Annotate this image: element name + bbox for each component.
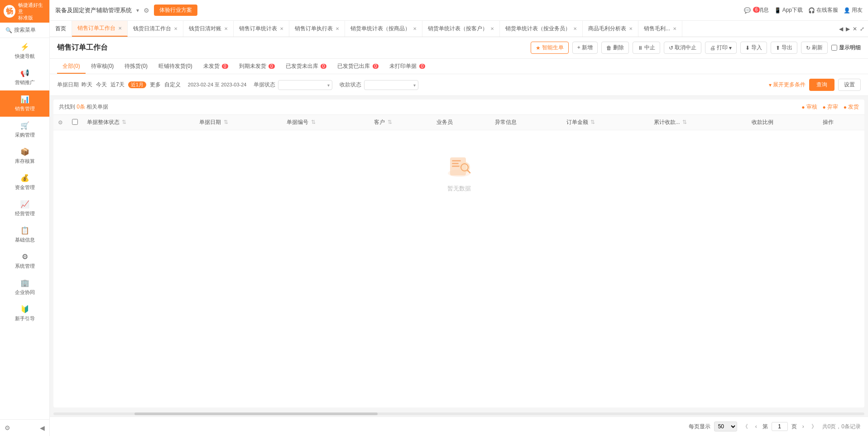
- tab-sales-stats-product[interactable]: 销货单统计表（按商品） ✕: [345, 21, 422, 37]
- sub-tab-wangpu[interactable]: 旺铺待发货(0): [153, 59, 198, 74]
- tab-close-icon[interactable]: ✕: [336, 26, 339, 31]
- sidebar-item-system[interactable]: ⚙ 系统管理: [0, 248, 49, 274]
- show-detail-checkbox[interactable]: 显示明细: [831, 44, 861, 52]
- tab-sales-more[interactable]: 销售毛利... ✕: [638, 21, 682, 37]
- prev-page-button[interactable]: ‹: [753, 422, 759, 431]
- tab-close-icon[interactable]: ✕: [673, 26, 676, 31]
- sidebar-item-quick-nav[interactable]: ⚡ 快捷导航: [0, 38, 49, 64]
- sub-tab-not-printed[interactable]: 未打印单据 0: [384, 59, 431, 74]
- date-option-7days[interactable]: 近7天: [110, 81, 125, 89]
- per-page-select[interactable]: 50 100: [714, 422, 737, 431]
- sidebar-item-sales[interactable]: 📊 销售管理: [0, 90, 49, 117]
- expand-more-button[interactable]: ▾ 展开更多条件: [769, 81, 806, 89]
- sub-tab-overdue[interactable]: 到期未发货 0: [234, 59, 280, 74]
- th-number-sort[interactable]: ⇅: [311, 119, 316, 125]
- tab-margin[interactable]: 商品毛利分析表 ✕: [583, 21, 638, 37]
- table-scroll[interactable]: ⚙ 单据整体状态 ⇅ 单据日期 ⇅ 单据编号: [53, 115, 864, 408]
- scrollbar-thumb[interactable]: [134, 412, 378, 415]
- approve-button[interactable]: ● 审核: [801, 103, 817, 111]
- sub-tab-shipped-not-out[interactable]: 已发货未出库 0: [280, 59, 332, 74]
- sidebar-item-purchase[interactable]: 🛒 采购管理: [0, 117, 49, 143]
- collapse-icon[interactable]: ◀: [40, 424, 45, 431]
- date-option-1month[interactable]: 近1月: [128, 81, 146, 88]
- sidebar-item-basic[interactable]: 📋 基础信息: [0, 222, 49, 248]
- add-button[interactable]: + 新增: [572, 42, 598, 54]
- search-menu[interactable]: 🔍 搜索菜单: [0, 23, 49, 38]
- sidebar-item-inventory[interactable]: 📦 库存核算: [0, 143, 49, 169]
- tab-sales-workbench[interactable]: 销售订单工作台 ✕: [72, 21, 128, 37]
- th-amount-sort[interactable]: ⇅: [590, 119, 595, 125]
- th-checkbox[interactable]: [67, 115, 82, 130]
- next-page-button[interactable]: ›: [801, 422, 806, 431]
- select-all-checkbox[interactable]: [72, 119, 78, 125]
- show-detail-input[interactable]: [831, 45, 837, 51]
- tab-close-icon[interactable]: ✕: [573, 26, 577, 31]
- tabs-close-all-icon[interactable]: ✕: [853, 26, 857, 32]
- sub-tab-shipped-out[interactable]: 已发货已出库 0: [332, 59, 384, 74]
- th-status-sort[interactable]: ⇅: [122, 119, 126, 125]
- page-input[interactable]: [772, 422, 788, 431]
- sidebar-item-operations[interactable]: 📈 经营管理: [0, 195, 49, 222]
- refresh-button[interactable]: ↻ 刷新: [801, 42, 828, 54]
- date-option-custom[interactable]: 自定义: [164, 81, 181, 89]
- query-button[interactable]: 查询: [809, 79, 834, 91]
- import-button[interactable]: ⬇ 导入: [740, 42, 767, 54]
- tab-sales-exec[interactable]: 销售订单执行表 ✕: [289, 21, 345, 37]
- th-settings[interactable]: ⚙: [53, 115, 67, 130]
- tab-sales-stats-staff[interactable]: 销货单统计表（按业务员） ✕: [500, 21, 583, 37]
- topbar-settings-icon[interactable]: ⚙: [144, 7, 149, 14]
- sidebar-item-marketing[interactable]: 📢 营销推广: [0, 64, 49, 90]
- smart-create-button[interactable]: ★ 智能生单: [531, 42, 569, 54]
- tab-home[interactable]: 首页: [50, 21, 72, 37]
- last-page-button[interactable]: 》: [810, 422, 819, 431]
- delete-button[interactable]: 🗑 删除: [601, 42, 629, 54]
- online-service-action[interactable]: 🎧 在线客服: [808, 6, 838, 14]
- date-option-today[interactable]: 今天: [96, 81, 107, 89]
- sub-tab-not-shipped[interactable]: 未发货 0: [198, 59, 234, 74]
- tab-close-icon[interactable]: ✕: [224, 26, 228, 31]
- message-action[interactable]: 💬 6 消息: [744, 6, 769, 14]
- user-action[interactable]: 👤 用友: [844, 6, 863, 14]
- cancel-pause-button[interactable]: ↺ 取消中止: [664, 42, 701, 54]
- tab-close-icon[interactable]: ✕: [118, 26, 122, 31]
- tab-close-icon[interactable]: ✕: [174, 26, 177, 31]
- sub-tab-pending-review[interactable]: 待审核(0): [86, 59, 120, 74]
- tab-close-icon[interactable]: ✕: [490, 26, 494, 31]
- tab-cash-daily[interactable]: 钱货日清工作台 ✕: [128, 21, 183, 37]
- th-customer-sort[interactable]: ⇅: [388, 119, 392, 125]
- tab-close-icon[interactable]: ✕: [413, 26, 417, 31]
- tab-sales-stats[interactable]: 销售订单统计表 ✕: [234, 21, 289, 37]
- print-button[interactable]: 🖨 打印 ▾: [705, 42, 737, 54]
- sub-tab-pending-pickup[interactable]: 待拣货(0): [119, 59, 153, 74]
- topbar-dropdown-arrow[interactable]: ▾: [136, 7, 139, 14]
- tab-sales-more-label: 销售毛利...: [644, 25, 670, 33]
- settings-icon[interactable]: ⚙: [5, 424, 10, 431]
- sidebar-item-enterprise[interactable]: 🏢 企业协同: [0, 274, 49, 300]
- tabs-prev-icon[interactable]: ◀: [839, 26, 843, 32]
- tab-sales-stats-customer[interactable]: 销货单统计表（按客户） ✕: [422, 21, 500, 37]
- sidebar-item-guide[interactable]: 🔰 新手引导: [0, 300, 49, 327]
- sidebar-item-finance[interactable]: 💰 资金管理: [0, 169, 49, 195]
- tab-close-icon[interactable]: ✕: [280, 26, 283, 31]
- settings-button[interactable]: 设置: [838, 79, 861, 91]
- app-download-action[interactable]: 📱 App下载: [774, 6, 803, 14]
- tab-close-icon[interactable]: ✕: [629, 26, 633, 31]
- tab-cash-reconcile[interactable]: 钱货日清对账 ✕: [183, 21, 234, 37]
- date-option-yesterday[interactable]: 昨天: [82, 81, 92, 89]
- solution-button[interactable]: 体验行业方案: [154, 5, 197, 16]
- first-page-button[interactable]: 《: [741, 422, 750, 431]
- tabs-maximize-icon[interactable]: ⤢: [860, 26, 864, 32]
- th-status: 单据整体状态 ⇅: [82, 115, 195, 130]
- revoke-button[interactable]: ● 弃审: [823, 103, 838, 111]
- payment-select[interactable]: [364, 80, 418, 90]
- ship-button[interactable]: ● 发货: [844, 103, 859, 111]
- date-option-more[interactable]: 更多: [150, 81, 161, 89]
- sub-tab-all[interactable]: 全部(0): [57, 59, 86, 74]
- status-select[interactable]: [278, 80, 332, 90]
- pause-button[interactable]: ⏸ 中止: [633, 42, 660, 54]
- th-date-sort[interactable]: ⇅: [224, 119, 228, 125]
- th-collected-sort[interactable]: ⇅: [682, 119, 687, 125]
- tabs-next-icon[interactable]: ▶: [846, 26, 850, 32]
- horizontal-scrollbar[interactable]: [50, 411, 868, 417]
- export-button[interactable]: ⬆ 导出: [771, 42, 797, 54]
